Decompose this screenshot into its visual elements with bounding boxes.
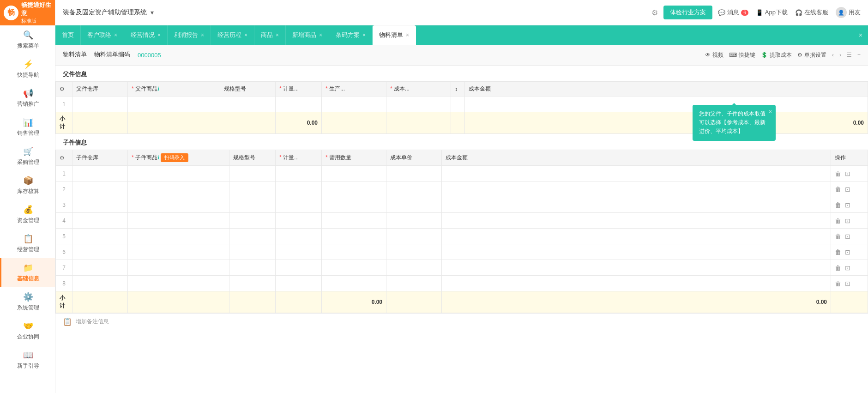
parent-th-sort: ↕ — [451, 82, 465, 97]
message-button[interactable]: 💬 消息 6 — [718, 8, 748, 17]
parent-row-1-cost-amount — [465, 97, 868, 112]
topbar-settings-icon[interactable]: ⚙ — [651, 8, 658, 17]
sidebar-item-collab[interactable]: 🤝 企业协同 — [0, 316, 55, 345]
tab-operation-close[interactable]: × — [157, 32, 161, 38]
logo-text: 畅捷通好生意 标准版 — [21, 1, 51, 24]
tab-home[interactable]: 首页 — [55, 25, 81, 45]
child-row-8-copy-icon[interactable]: ⊡ — [845, 280, 850, 287]
child-row-4-delete-icon[interactable]: 🗑 — [835, 217, 841, 224]
child-row-6-copy-icon[interactable]: ⊡ — [845, 248, 850, 256]
nav-add-button[interactable]: + — [857, 52, 861, 58]
sidebar-item-purchase[interactable]: 🛒 采购管理 — [0, 142, 55, 171]
child-subtotal-label: 小计 — [56, 291, 72, 313]
tab-bom-close[interactable]: × — [406, 32, 409, 38]
sidebar-item-guide[interactable]: 📖 新手引导 — [0, 345, 55, 375]
nav-next-button[interactable]: › — [839, 52, 841, 58]
tooltip-close-button[interactable]: × — [769, 108, 772, 116]
child-row-3-copy-icon[interactable]: ⊡ — [845, 201, 850, 209]
parent-row-1-cost[interactable] — [386, 97, 451, 112]
child-row-2-delete-icon[interactable]: 🗑 — [835, 186, 841, 193]
child-row-1-product[interactable] — [128, 166, 229, 181]
child-row-1-unit-cost[interactable] — [386, 166, 442, 181]
search-icon: 🔍 — [23, 30, 33, 40]
child-row-3-delete-icon[interactable]: 🗑 — [835, 201, 841, 209]
parent-th-production: * 生产... — [322, 82, 386, 97]
tab-customer-close[interactable]: × — [114, 32, 117, 38]
online-service-button[interactable]: 🎧 在线客服 — [795, 8, 828, 17]
app-download-button[interactable]: 📱 App下载 — [756, 8, 788, 17]
tab-profit-close[interactable]: × — [201, 32, 204, 38]
parent-subtotal-c8 — [451, 112, 465, 134]
tab-newproduct-close[interactable]: × — [319, 32, 322, 38]
shortcut-action[interactable]: ⌨ 快捷键 — [729, 51, 755, 59]
sidebar-item-inventory[interactable]: 📦 库存核算 — [0, 171, 55, 200]
view-action[interactable]: 👁 视频 — [705, 51, 723, 59]
user-button[interactable]: 👤 用友 — [836, 7, 861, 18]
tab-barcode-close[interactable]: × — [362, 32, 366, 38]
purchase-icon: 🛒 — [23, 146, 33, 157]
parent-th-product: * 父件商品ℹ — [128, 82, 220, 97]
sidebar-item-marketing[interactable]: 📢 营销推广 — [0, 84, 55, 113]
tab-product-close[interactable]: × — [276, 32, 279, 38]
parent-subtotal-unit-value: 0.00 — [276, 112, 322, 134]
child-row-7-delete-icon[interactable]: 🗑 — [835, 264, 841, 272]
tab-history[interactable]: 经营历程 × — [211, 25, 254, 45]
sidebar-item-search[interactable]: 🔍 搜索菜单 — [0, 25, 55, 54]
parent-row-1-product[interactable] — [128, 97, 220, 112]
trial-button[interactable]: 体验行业方案 — [663, 6, 712, 19]
child-row-6-delete-icon[interactable]: 🗑 — [835, 248, 841, 256]
child-row-1-warehouse[interactable] — [72, 166, 128, 181]
child-th-gear[interactable]: ⚙ — [56, 150, 72, 166]
note-text: 增加备注信息 — [76, 318, 109, 326]
parent-row-1-unit[interactable] — [276, 97, 322, 112]
tab-customer[interactable]: 客户联络 × — [81, 25, 124, 45]
child-row-8-delete-icon[interactable]: 🗑 — [835, 280, 841, 287]
tab-operation[interactable]: 经营情况 × — [124, 25, 168, 45]
close-all-tabs[interactable]: × — [853, 31, 868, 39]
bottom-note[interactable]: 📋 增加备注信息 — [55, 313, 868, 330]
child-row-7-copy-icon[interactable]: ⊡ — [845, 264, 850, 272]
sidebar-item-sales[interactable]: 📊 销售管理 — [0, 113, 55, 142]
tab-barcode[interactable]: 条码方案 × — [329, 25, 373, 45]
parent-row-1-spec[interactable] — [220, 97, 276, 112]
child-row-5-delete-icon[interactable]: 🗑 — [835, 233, 841, 240]
child-row-1-delete-icon[interactable]: 🗑 — [835, 170, 841, 177]
sidebar-item-finance[interactable]: 💰 资金管理 — [0, 200, 55, 229]
tab-profit[interactable]: 利润报告 × — [168, 25, 211, 45]
nav-prev-button[interactable]: ‹ — [832, 52, 834, 58]
child-row-4-copy-icon[interactable]: ⊡ — [845, 217, 850, 224]
parent-row-1-sort[interactable] — [451, 97, 465, 112]
tab-history-close[interactable]: × — [244, 32, 247, 38]
child-row-1: 1 🗑 ⊡ — [56, 166, 868, 181]
sidebar-item-basic[interactable]: 📁 基础信息 — [0, 258, 55, 287]
tab-newproduct[interactable]: 新增商品 × — [286, 25, 329, 45]
parent-th-gear[interactable]: ⚙ — [56, 82, 72, 97]
sidebar-item-system[interactable]: ⚙️ 系统管理 — [0, 287, 55, 316]
subtab-list[interactable]: 物料清单 — [63, 48, 87, 61]
scan-button[interactable]: 扫码录入 — [161, 153, 188, 162]
tab-bom[interactable]: 物料清单 × — [373, 25, 416, 45]
tab-product[interactable]: 商品 × — [254, 25, 286, 45]
child-row-5-copy-icon[interactable]: ⊡ — [845, 233, 850, 240]
child-th-spec: 规格型号 — [229, 150, 276, 166]
child-row-3: 3 🗑⊡ — [56, 197, 868, 213]
child-row-1-spec[interactable] — [229, 166, 276, 181]
cost-action[interactable]: 💲 提取成本 — [761, 51, 792, 59]
child-row-1-unit[interactable] — [276, 166, 322, 181]
child-row-1-qty[interactable] — [322, 166, 386, 181]
topbar-dropdown-icon[interactable]: ▾ — [151, 9, 154, 16]
operation-icon: 📋 — [23, 234, 33, 244]
settings-action[interactable]: ⚙ 单据设置 — [797, 51, 826, 59]
sidebar-item-operation[interactable]: 📋 经营管理 — [0, 229, 55, 258]
parent-row-1-production[interactable] — [322, 97, 386, 112]
child-row-2: 2 🗑⊡ — [56, 181, 868, 197]
child-row-2-copy-icon[interactable]: ⊡ — [845, 186, 850, 193]
child-row-1-copy-icon[interactable]: ⊡ — [845, 170, 850, 177]
sidebar-item-quicknav[interactable]: ⚡ 快捷导航 — [0, 54, 55, 84]
content-area: 物料清单 物料清单编码 0000005 👁 视频 ⌨ 快捷键 💲 提取成本 ⚙ — [55, 45, 868, 393]
message-icon: 💬 — [718, 9, 725, 16]
topbar: 装备及固定资产辅助管理系统 ▾ ⚙ 体验行业方案 💬 消息 6 📱 App下载 … — [55, 0, 868, 25]
guide-icon: 📖 — [23, 350, 33, 360]
nav-list-button[interactable]: ☰ — [847, 52, 852, 58]
parent-row-1-warehouse[interactable] — [72, 97, 128, 112]
